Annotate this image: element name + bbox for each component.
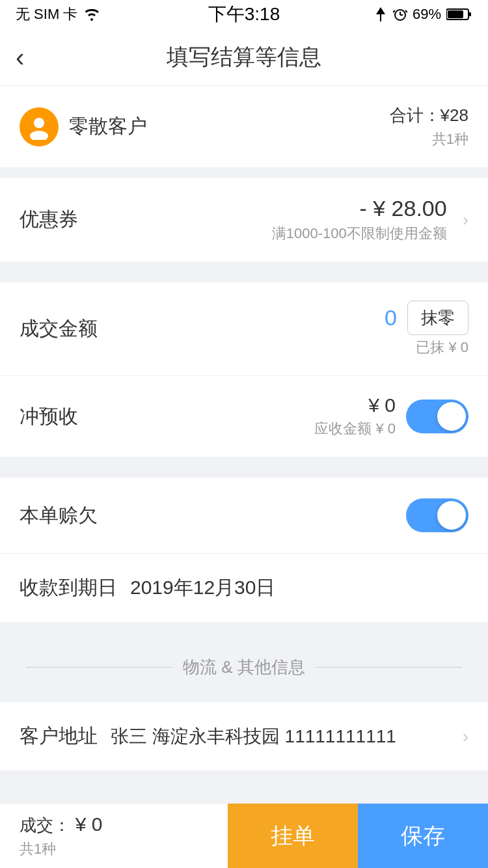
alarm-icon [393,7,407,21]
bottom-bar: 成交： ¥ 0 共1种 挂单 保存 [0,803,488,868]
svg-point-7 [30,131,48,140]
battery-text: 69% [413,6,441,23]
due-date-row: 收款到期日 2019年12月30日 [0,553,488,622]
debit-toggle[interactable] [406,498,468,532]
address-card: 客户地址 张三 海淀永丰科技园 11111111111 › [0,702,488,770]
separator-2 [0,467,488,478]
save-button[interactable]: 保存 [358,804,488,868]
prepayment-main: ¥ 0 [314,394,396,416]
address-row[interactable]: 客户地址 张三 海淀永丰科技园 11111111111 › [0,702,488,770]
coupon-row[interactable]: 优惠券 - ¥ 28.00 满1000-100不限制使用金额 › [0,178,488,262]
deal-amount-row: 成交金额 0 抹零 已抹 ¥ 0 [0,282,488,375]
nav-title: 填写结算等信息 [167,42,321,72]
bottom-deal-label: 成交： [20,815,70,835]
bottom-count: 共1种 [20,839,208,859]
nav-bar: ‹ 填写结算等信息 [0,29,488,86]
customer-card: 零散客户 合计：¥28 共1种 [0,86,488,167]
total-amount: 合计：¥28 [390,104,468,127]
status-left: 无 SIM 卡 [16,5,101,24]
bottom-info: 成交： ¥ 0 共1种 [0,804,228,868]
coupon-card: 优惠券 - ¥ 28.00 满1000-100不限制使用金额 › [0,178,488,262]
deal-amount-label: 成交金额 [20,316,98,342]
status-time: 下午3:18 [208,2,280,27]
svg-rect-4 [468,12,471,16]
deal-amount-right: 0 抹零 已抹 ¥ 0 [385,301,468,357]
avatar [20,107,59,146]
status-right: 69% [373,6,472,23]
coupon-value: - ¥ 28.00 满1000-100不限制使用金额 [272,196,447,243]
wifi-icon [83,8,101,21]
debit-row: 本单赊欠 [0,478,488,553]
prepayment-toggle[interactable] [406,400,468,433]
status-bar: 无 SIM 卡 下午3:18 69% [0,0,488,29]
round-button[interactable]: 抹零 [407,301,468,335]
deal-amount-value: 0 [385,305,397,331]
logistics-section-header: 物流 & 其他信息 [0,643,488,692]
coupon-chevron-icon: › [463,210,468,230]
separator-4 [0,692,488,702]
section-header-line: 物流 & 其他信息 [0,656,488,679]
deal-sub: 已抹 ¥ 0 [385,338,468,357]
svg-point-6 [34,118,44,128]
avatar-icon [26,114,52,140]
bottom-deal-line: 成交： ¥ 0 [20,813,208,837]
deal-amount-controls: 0 抹零 [385,301,468,335]
location-icon [373,7,388,21]
coupon-desc: 满1000-100不限制使用金额 [272,224,447,243]
prepayment-right: ¥ 0 应收金额 ¥ 0 [314,394,468,439]
customer-row: 零散客户 合计：¥28 共1种 [0,86,488,167]
bottom-deal-amount: ¥ 0 [75,813,103,835]
prepayment-amounts: ¥ 0 应收金额 ¥ 0 [314,394,396,439]
content: 零散客户 合计：¥28 共1种 优惠券 - ¥ 28.00 满1000-100不… [0,86,488,868]
address-label: 客户地址 [20,723,98,750]
customer-right: 合计：¥28 共1种 [390,104,468,149]
coupon-right: - ¥ 28.00 满1000-100不限制使用金额 › [272,196,468,243]
svg-rect-5 [448,10,463,18]
customer-left: 零散客户 [20,107,147,146]
prepayment-sub: 应收金额 ¥ 0 [314,419,396,439]
no-sim-text: 无 SIM 卡 [16,5,77,24]
deal-card: 成交金额 0 抹零 已抹 ¥ 0 冲预收 ¥ 0 应收金额 ¥ 0 [0,282,488,457]
back-button[interactable]: ‹ [16,44,24,70]
hang-button[interactable]: 挂单 [228,804,358,868]
due-date-label: 收款到期日 [20,575,117,601]
battery-icon [446,8,472,21]
coupon-discount: - ¥ 28.00 [272,196,447,221]
due-date-value: 2019年12月30日 [130,575,275,601]
coupon-label: 优惠券 [20,206,98,233]
debit-card: 本单赊欠 收款到期日 2019年12月30日 [0,478,488,622]
prepayment-label: 冲预收 [20,403,98,430]
customer-name: 零散客户 [69,113,147,140]
logistics-label: 物流 & 其他信息 [183,656,305,679]
address-chevron-icon: › [463,726,468,747]
debit-label: 本单赊欠 [20,502,98,529]
separator-1 [0,272,488,282]
total-count: 共1种 [390,129,468,149]
prepayment-row: 冲预收 ¥ 0 应收金额 ¥ 0 [0,375,488,457]
separator-3 [0,632,488,643]
address-value: 张三 海淀永丰科技园 11111111111 [111,724,457,749]
